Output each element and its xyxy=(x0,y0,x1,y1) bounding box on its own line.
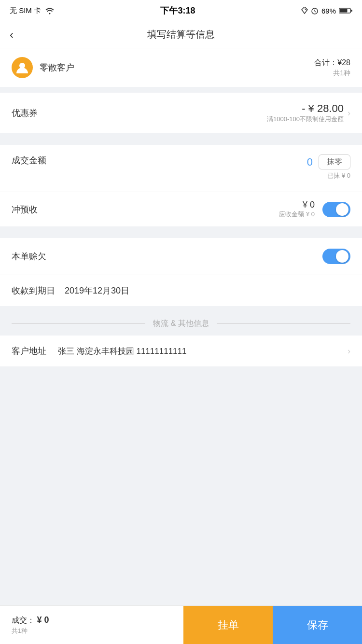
battery-icon xyxy=(339,7,352,14)
customer-summary: 合计：¥28 共1种 xyxy=(314,58,350,78)
hang-order-button[interactable]: 挂单 xyxy=(183,606,273,644)
status-left: 无 SIM 卡 xyxy=(10,6,55,15)
address-row[interactable]: 客户地址 张三 海淀永丰科技园 11111111111 › xyxy=(0,336,362,366)
wifi-icon xyxy=(45,7,55,14)
svg-rect-5 xyxy=(351,10,352,12)
address-chevron-icon: › xyxy=(348,346,350,356)
gray-separator-2 xyxy=(0,232,362,238)
customer-row: 零散客户 合计：¥28 共1种 xyxy=(0,48,362,87)
address-label: 客户地址 xyxy=(12,345,46,357)
coupon-right: - ¥ 28.00 满1000-100不限制使用金额 › xyxy=(267,102,350,124)
prepay-toggle[interactable] xyxy=(322,202,350,217)
gray-separator xyxy=(0,139,362,145)
bottom-deal-label: 成交： xyxy=(12,616,35,624)
avatar xyxy=(12,57,33,78)
due-date-value: 2019年12月30日 xyxy=(65,285,129,296)
prepay-right: ¥ 0 应收金额 ¥ 0 xyxy=(279,200,350,219)
prepay-receivable: 应收金额 ¥ 0 xyxy=(279,210,315,219)
customer-name: 零散客户 xyxy=(40,62,74,73)
bottom-deal-amount: ¥ 0 xyxy=(37,615,49,625)
debt-toggle[interactable] xyxy=(322,249,350,264)
status-bar: 无 SIM 卡 下午3:18 69% xyxy=(0,0,362,21)
coupon-amount: - ¥ 28.00 xyxy=(267,102,344,115)
sim-status: 无 SIM 卡 xyxy=(10,6,41,15)
status-time: 下午3:18 xyxy=(160,5,195,16)
address-value: 张三 海淀永丰科技园 11111111111 xyxy=(58,346,348,357)
customer-left: 零散客户 xyxy=(12,57,74,78)
bottom-summary: 成交： ¥ 0 共1种 xyxy=(0,615,183,635)
prepay-row: 冲预收 ¥ 0 应收金额 ¥ 0 xyxy=(0,192,362,226)
customer-count: 共1种 xyxy=(314,69,350,78)
battery-percent: 69% xyxy=(321,7,336,15)
empty-space xyxy=(0,372,362,478)
logistics-line-left xyxy=(12,323,145,324)
bottom-deal-row: 成交： ¥ 0 xyxy=(12,615,172,626)
coupon-label: 优惠券 xyxy=(12,107,38,119)
logistics-line-right xyxy=(217,323,350,324)
person-icon xyxy=(15,61,29,74)
customer-total: 合计：¥28 xyxy=(314,58,350,68)
coupon-row[interactable]: 优惠券 - ¥ 28.00 满1000-100不限制使用金额 › xyxy=(0,93,362,133)
toggle-knob xyxy=(336,203,348,216)
chevron-right-icon: › xyxy=(348,108,350,118)
due-date-label: 收款到期日 xyxy=(12,285,55,296)
already-rounded: 已抹 ¥ 0 xyxy=(327,171,350,180)
due-date-row: 收款到期日 2019年12月30日 xyxy=(0,275,362,306)
amount-right: 0 抹零 已抹 ¥ 0 xyxy=(298,154,350,180)
amount-row: 成交金额 0 抹零 已抹 ¥ 0 xyxy=(12,154,350,180)
amount-section: 成交金额 0 抹零 已抹 ¥ 0 冲预收 ¥ 0 应收金额 ¥ 0 xyxy=(0,145,362,226)
coupon-description: 满1000-100不限制使用金额 xyxy=(267,115,344,124)
amount-value-row: 0 抹零 xyxy=(298,154,350,169)
debt-section: 本单赊欠 收款到期日 2019年12月30日 xyxy=(0,238,362,306)
amount-label: 成交金额 xyxy=(12,154,46,166)
debt-label: 本单赊欠 xyxy=(12,251,46,262)
address-section: 客户地址 张三 海淀永丰科技园 11111111111 › xyxy=(0,336,362,366)
save-button[interactable]: 保存 xyxy=(273,606,362,644)
prepay-info: ¥ 0 应收金额 ¥ 0 xyxy=(279,200,315,219)
logistics-separator: 物流 & 其他信息 xyxy=(0,312,362,336)
svg-line-2 xyxy=(315,11,316,12)
logistics-label: 物流 & 其他信息 xyxy=(153,319,209,329)
bottom-bar: 成交： ¥ 0 共1种 挂单 保存 xyxy=(0,605,362,644)
customer-section: 零散客户 合计：¥28 共1种 xyxy=(0,48,362,87)
amount-input[interactable]: 0 xyxy=(298,156,313,168)
prepay-amount: ¥ 0 xyxy=(279,200,315,210)
debt-toggle-knob xyxy=(336,250,348,263)
prepay-label: 冲预收 xyxy=(12,204,38,215)
back-button[interactable]: ‹ xyxy=(10,28,14,42)
status-right: 69% xyxy=(301,7,352,15)
svg-rect-4 xyxy=(339,9,347,13)
location-icon xyxy=(301,7,308,14)
nav-bar: ‹ 填写结算等信息 xyxy=(0,21,362,48)
coupon-section: 优惠券 - ¥ 28.00 满1000-100不限制使用金额 › xyxy=(0,93,362,133)
round-off-button[interactable]: 抹零 xyxy=(319,154,350,169)
alarm-icon xyxy=(311,7,319,14)
debt-row: 本单赊欠 xyxy=(0,238,362,275)
page-title: 填写结算等信息 xyxy=(147,28,215,41)
bottom-count: 共1种 xyxy=(12,627,172,635)
